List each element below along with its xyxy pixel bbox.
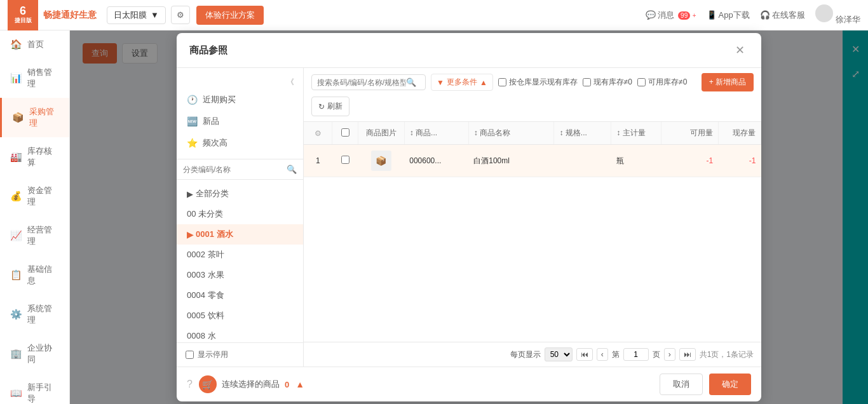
modal-overlay: 商品参照 ✕ 《 🕐 (70, 30, 868, 404)
col-header-unit[interactable]: ↕ 主计量 (611, 122, 661, 145)
sidebar-item-system[interactable]: ⚙️ 系统管理 (0, 295, 69, 334)
collapse-footer-icon[interactable]: ▲ (295, 379, 304, 389)
category-search-box: 🔍 (177, 159, 303, 180)
quick-item-recent[interactable]: 🕐 近期购买 (177, 89, 303, 111)
sidebar-item-guide[interactable]: 📖 新手引导 (0, 374, 69, 404)
sidebar-item-inventory[interactable]: 🏭 库存核算 (0, 137, 69, 177)
sidebar-item-enterprise[interactable]: 🏢 企业协同 (0, 334, 69, 374)
product-table-wrapper: ⚙ 商品图片 (304, 122, 761, 342)
logo-icon: 6 (20, 5, 26, 17)
footer-buttons: 取消 确定 (660, 374, 751, 395)
main-layout: 🏠 首页 📊 销售管理 📦 采购管理 🏭 库存核算 💰 资金管理 📈 经营管理 … (0, 30, 868, 404)
table-body: 1 📦 00 (304, 145, 761, 177)
product-toolbar: 🔍 ▼ 更多条件 ▲ 按仓库显示现有库存 (304, 68, 761, 122)
sidebar-label-sales: 销售管理 (27, 67, 59, 90)
category-item-fruit[interactable]: 0003 水果 (177, 265, 303, 285)
col-header-img: 商品图片 (358, 122, 404, 145)
sidebar-item-home[interactable]: 🏠 首页 (0, 30, 69, 58)
stock-nonzero-checkbox[interactable] (583, 78, 591, 86)
notification-label: 消息 (658, 10, 674, 20)
category-item-all[interactable]: ▶ 全部分类 (177, 184, 303, 204)
sidebar-item-basic-info[interactable]: 📋 基础信息 (0, 255, 69, 295)
quick-item-new[interactable]: 🆕 新品 (177, 111, 303, 132)
cancel-button[interactable]: 取消 (660, 374, 703, 395)
per-page-select[interactable]: 50 (545, 347, 573, 361)
show-disabled-section: 显示停用 (177, 342, 303, 367)
per-page-label: 每页显示 (510, 349, 541, 360)
product-search-icon[interactable]: 🔍 (406, 77, 416, 87)
sidebar-item-purchase[interactable]: 📦 采购管理 (0, 98, 69, 137)
product-panel: 🔍 ▼ 更多条件 ▲ 按仓库显示现有库存 (304, 68, 761, 367)
category-label-beverage: 0005 饮料 (187, 310, 224, 321)
modal-close-button[interactable]: ✕ (731, 42, 749, 58)
modal-title: 商品参照 (189, 44, 731, 57)
quick-item-frequent[interactable]: ⭐ 频次高 (177, 132, 303, 154)
next-page-button[interactable]: › (664, 348, 675, 361)
category-item-snack[interactable]: 0004 零食 (177, 285, 303, 306)
category-item-water[interactable]: 0008 水 (177, 326, 303, 342)
product-table: ⚙ 商品图片 (304, 122, 761, 177)
sidebar-item-sales[interactable]: 📊 销售管理 (0, 58, 69, 98)
category-item-uncategorized[interactable]: 00 未分类 (177, 204, 303, 224)
first-page-button[interactable]: ⏮ (576, 348, 593, 361)
show-disabled-checkbox[interactable] (186, 351, 194, 359)
warehouse-checkbox[interactable] (498, 78, 506, 86)
col-header-stock: 现存量 (718, 122, 761, 145)
prev-page-button[interactable]: ‹ (597, 348, 608, 361)
modal-footer: ? 🛒 连续选择的商品 0 ▲ 取消 确定 (177, 367, 761, 401)
category-item-beverage[interactable]: 0005 饮料 (177, 306, 303, 326)
sort-icon-name: ↕ (474, 128, 478, 137)
collapse-quick-button[interactable]: 《 (284, 76, 297, 89)
avail-nonzero-label: 可用库存≠0 (648, 77, 687, 88)
notification-plus: + (693, 12, 696, 19)
col-header-spec[interactable]: ↕ 规格... (554, 122, 611, 145)
select-all-checkbox[interactable] (341, 128, 349, 137)
product-search-input[interactable] (317, 78, 406, 87)
col-header-name[interactable]: ↕ 商品名称 (468, 122, 554, 145)
filter-icon: ▼ (437, 78, 444, 87)
add-product-button[interactable]: + 新增商品 (702, 73, 754, 91)
category-item-liquor[interactable]: ▶ 0001 酒水 (177, 224, 303, 245)
avail-nonzero-checkbox[interactable] (637, 78, 646, 86)
app-download-link[interactable]: 📱 App下载 (707, 10, 750, 21)
checkbox-stock-nonzero: 现有库存≠0 (583, 77, 632, 88)
arrow-icon-liquor: ▶ (187, 230, 193, 239)
table-row[interactable]: 1 📦 00 (304, 145, 761, 177)
confirm-button[interactable]: 确定 (709, 374, 751, 395)
row-checkbox[interactable] (341, 156, 349, 164)
sort-icon-unit: ↕ (616, 128, 620, 137)
last-page-button[interactable]: ⏭ (679, 348, 696, 361)
checkbox-avail-nonzero: 可用库存≠0 (637, 77, 687, 88)
help-icon[interactable]: ? (187, 379, 193, 390)
modal-header: 商品参照 ✕ (177, 33, 761, 68)
user-profile[interactable]: 徐泽华 (815, 4, 860, 25)
cell-num: 1 (304, 145, 332, 177)
category-item-tea[interactable]: 0002 茶叶 (177, 245, 303, 265)
category-search-input[interactable] (183, 165, 283, 174)
online-service-link[interactable]: 🎧 在线客服 (760, 10, 806, 21)
nav-selector[interactable]: 日太阳膜 ▼ (107, 6, 166, 24)
sidebar-item-finance[interactable]: 💰 资金管理 (0, 177, 69, 216)
pagination-bar: 每页显示 50 ⏮ ‹ 第 页 › ⏭ 共1页，1条记录 (304, 342, 761, 367)
cart-count: 0 (285, 380, 289, 389)
sidebar-label-finance: 资金管理 (27, 185, 59, 208)
col-header-code[interactable]: ↕ 商品... (404, 122, 468, 145)
arrow-icon-all: ▶ (187, 189, 193, 199)
top-right-area: 💬 消息 99 + 📱 App下载 🎧 在线客服 徐泽华 (646, 4, 860, 25)
refresh-button[interactable]: ↻ 刷新 (311, 97, 349, 116)
basic-info-icon: 📋 (10, 269, 22, 281)
sidebar-item-operations[interactable]: 📈 经营管理 (0, 216, 69, 255)
show-disabled-label: 显示停用 (198, 349, 228, 360)
category-search-icon[interactable]: 🔍 (287, 165, 297, 174)
chevron-down-icon: ▼ (151, 10, 159, 20)
finance-icon: 💰 (10, 191, 22, 202)
category-label-fruit: 0003 水果 (187, 269, 224, 281)
filter-more-button[interactable]: ▼ 更多条件 ▲ (431, 74, 493, 91)
page-number-input[interactable] (623, 348, 649, 361)
notification-area[interactable]: 💬 消息 99 + (646, 10, 696, 21)
gear-button[interactable]: ⚙ (171, 6, 190, 24)
enterprise-icon: 🏢 (10, 348, 22, 360)
column-settings-icon[interactable]: ⚙ (315, 129, 322, 138)
sidebar-label-home: 首页 (27, 39, 44, 50)
experience-button[interactable]: 体验行业方案 (196, 6, 264, 25)
